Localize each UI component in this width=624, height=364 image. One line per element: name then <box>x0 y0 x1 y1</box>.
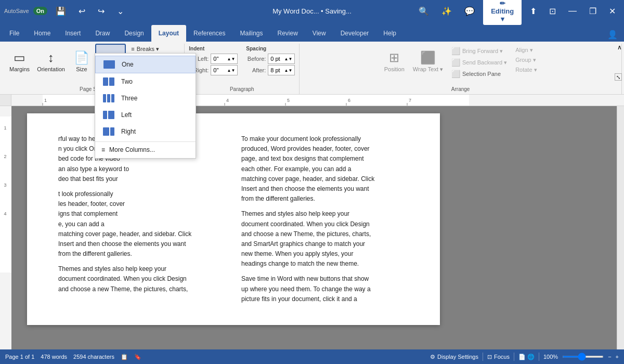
tab-design[interactable]: Design <box>117 25 151 42</box>
margins-button[interactable]: ▭ Margins <box>6 44 33 79</box>
bring-forward-button[interactable]: ⬜ Bring Forward ▾ <box>448 46 510 56</box>
svg-text:4: 4 <box>4 211 6 216</box>
spacing-after-row: After: 8 pt ▲▼ <box>246 65 295 75</box>
zoom-out-button[interactable]: − <box>608 354 611 360</box>
svg-rect-25 <box>110 127 114 136</box>
zoom-slider[interactable] <box>562 356 604 358</box>
column-menu-divider <box>95 141 196 142</box>
column-three-label: Three <box>121 95 137 102</box>
status-separator-1 <box>483 353 483 361</box>
tab-references[interactable]: References <box>186 25 232 42</box>
tab-insert[interactable]: Insert <box>58 25 88 42</box>
spacing-after-input[interactable]: 8 pt ▲▼ <box>268 65 295 75</box>
display-settings-button[interactable]: ⚙ Display Settings <box>430 354 478 360</box>
column-left-option[interactable]: Left <box>95 107 196 123</box>
column-two-option[interactable]: Two <box>95 73 196 90</box>
document-page: rful way to help youn you click Online V… <box>27 113 440 325</box>
send-backward-button[interactable]: ⬜ Send Backward ▾ <box>448 57 510 68</box>
focus-button[interactable]: ⊡ Focus <box>487 354 510 360</box>
size-button[interactable]: 📄 Size <box>69 44 94 79</box>
ribbon-tab-icons: 👤 <box>603 28 622 42</box>
collapse-ribbon-button[interactable]: ∧ <box>617 44 622 51</box>
svg-text:7: 7 <box>409 98 411 103</box>
column-one-option[interactable]: One <box>95 56 196 73</box>
wrap-text-icon: ⬛ <box>420 50 436 65</box>
tab-review[interactable]: Review <box>270 25 305 42</box>
arrange-group: ⊞ Position ⬛ Wrap Text ▾ ⬜ Bring Forward… <box>300 44 622 94</box>
paragraph-expand-button[interactable]: ⤡ <box>615 73 622 81</box>
tab-layout[interactable]: Layout <box>151 25 186 42</box>
selection-pane-button[interactable]: ⬜ Selection Pane <box>448 69 510 79</box>
zoom-level: 100% <box>543 354 558 360</box>
page-column-2: To make your document look professionall… <box>241 134 409 304</box>
breaks-button[interactable]: ≡ Breaks ▾ <box>128 44 180 54</box>
close-button[interactable]: ✕ <box>605 4 620 18</box>
char-count: 2594 characters <box>73 354 114 360</box>
account-icon[interactable]: 👤 <box>603 28 622 42</box>
spacing-before-spinner[interactable]: ▲▼ <box>284 57 292 61</box>
indent-section: Indent Left: 0" ▲▼ Right: 0" ▲▼ <box>189 46 238 75</box>
align-button[interactable]: Align ▾ <box>512 46 540 55</box>
orientation-icon: ↕ <box>48 50 54 65</box>
tab-view[interactable]: View <box>305 25 333 42</box>
status-separator-3 <box>539 353 539 361</box>
editing-button[interactable]: ✏ Editing ▾ <box>483 0 522 25</box>
column-right-option[interactable]: Right <box>95 123 196 140</box>
col1-para2: t look professionallyles header, footer,… <box>58 189 226 259</box>
status-bar-right: ⚙ Display Settings ⊡ Focus 📄 🌐 100% − + <box>430 353 619 361</box>
indent-left-spinner[interactable]: ▲▼ <box>227 57 235 61</box>
svg-rect-16 <box>103 60 115 69</box>
save-button[interactable]: 💾 <box>51 4 70 18</box>
tab-file[interactable]: File <box>2 25 27 42</box>
indent-right-spinner[interactable]: ▲▼ <box>227 68 235 73</box>
margins-label: Margins <box>9 66 30 72</box>
more-columns-option[interactable]: ≡ More Columns... <box>95 144 196 156</box>
rotate-label: Rotate ▾ <box>515 67 537 73</box>
tab-developer[interactable]: Developer <box>333 25 376 42</box>
bookmark-icon: 🔖 <box>134 354 141 360</box>
indent-right-input[interactable]: 0" ▲▼ <box>211 65 238 75</box>
ribbon-display-button[interactable]: ⊡ <box>545 4 560 18</box>
spacing-after-spinner[interactable]: ▲▼ <box>284 68 292 73</box>
spacing-before-row: Before: 0 pt ▲▼ <box>246 54 295 64</box>
indent-right-row: Right: 0" ▲▼ <box>189 65 238 75</box>
tab-home[interactable]: Home <box>27 25 58 42</box>
more-columns-label: More Columns... <box>109 146 155 153</box>
svg-text:6: 6 <box>348 98 350 103</box>
comments-button[interactable]: 💬 <box>460 4 479 18</box>
undo-button[interactable]: ↩ <box>74 4 89 18</box>
orientation-button[interactable]: ↕ Orientation <box>34 44 68 79</box>
tab-help[interactable]: Help <box>376 25 404 42</box>
col2-para1: To make your document look professionall… <box>241 134 409 204</box>
wrap-text-button[interactable]: ⬛ Wrap Text ▾ <box>410 44 446 79</box>
spacing-before-input[interactable]: 0 pt ▲▼ <box>268 54 295 64</box>
position-button[interactable]: ⊞ Position <box>381 44 408 79</box>
rotate-button[interactable]: Rotate ▾ <box>512 66 540 74</box>
indent-left-input[interactable]: 0" ▲▼ <box>211 54 238 64</box>
breaks-label: Breaks ▾ <box>137 46 159 53</box>
tab-draw[interactable]: Draw <box>88 25 117 42</box>
selection-pane-label: Selection Pane <box>462 71 501 77</box>
column-three-option[interactable]: Three <box>95 90 196 107</box>
autosave-toggle[interactable]: On <box>33 7 47 15</box>
copilot-button[interactable]: ✨ <box>437 4 456 18</box>
share-button[interactable]: ⬆ <box>526 4 541 18</box>
vertical-scrollbar[interactable] <box>617 106 624 349</box>
customize-qat-button[interactable]: ⌄ <box>113 4 128 18</box>
status-bar: Page 1 of 1 478 words 2594 characters 📋 … <box>0 349 624 364</box>
breaks-icon: ≡ <box>131 46 134 52</box>
svg-rect-27 <box>0 116 11 272</box>
minimize-button[interactable]: — <box>564 4 581 18</box>
arrange-content: ⊞ Position ⬛ Wrap Text ▾ ⬜ Bring Forward… <box>304 44 617 85</box>
arrange-label: Arrange <box>304 85 617 94</box>
track-changes-icon: 📋 <box>121 354 128 360</box>
redo-button[interactable]: ↪ <box>94 4 109 18</box>
spacing-after-value: 8 pt <box>270 67 280 73</box>
group-button[interactable]: Group ▾ <box>512 56 540 64</box>
search-button[interactable]: 🔍 <box>414 4 433 18</box>
restore-button[interactable]: ❐ <box>585 4 601 18</box>
svg-rect-23 <box>108 111 114 119</box>
zoom-in-button[interactable]: + <box>616 354 619 360</box>
tab-mailings[interactable]: Mailings <box>232 25 270 42</box>
column-right-icon <box>101 126 116 137</box>
